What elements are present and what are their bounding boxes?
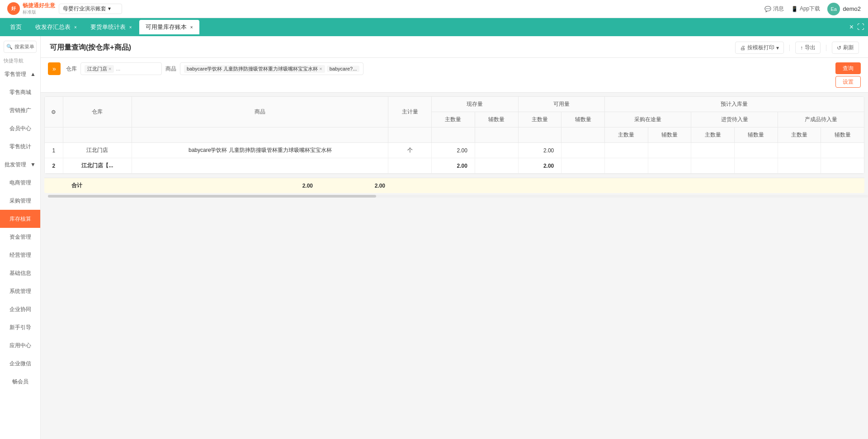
filter-area: » 仓库 江北门店 × ... 商品 babycare学饮杯 儿童防摔防撞吸管杯…: [41, 58, 868, 93]
industry-label: 母婴行业演示账套: [63, 5, 106, 13]
tab-bar-right: × ⛶: [849, 23, 864, 31]
export-label: 导出: [805, 44, 816, 52]
main-layout: 🔍 搜索菜单 快捷导航 零售管理 ▲ 零售商城 营销推广 会员中心 零售统计 批…: [0, 36, 868, 439]
sidebar-item-finance[interactable]: 资金管理: [0, 228, 40, 246]
sidebar-item-retail-mgmt[interactable]: 零售管理 ▲: [0, 65, 40, 83]
row1-index: 1: [45, 143, 63, 158]
sidebar-item-purchase[interactable]: 采购管理: [0, 192, 40, 210]
print-arrow-icon: ▾: [776, 45, 779, 51]
available-stock-tab-close[interactable]: ×: [190, 25, 193, 30]
filter-row: 仓库 江北门店 × ... 商品 babycare学饮杯 儿童防摔防撞吸管杯重力…: [66, 62, 830, 75]
tab-available-stock[interactable]: 可用量库存账本 ×: [139, 20, 199, 34]
wecom-label: 企业微信: [9, 360, 31, 368]
table-body: 1 江北门店 babycare学饮杯 儿童防摔防撞吸管杯重力球吸嘴杯宝宝水杯 个…: [45, 143, 864, 174]
th-product: 商品: [132, 97, 388, 127]
page-header: 可用量查询(按仓库+商品) 🖨 按模板打印 ▾ ↑ 导出 ↺ 刷新: [41, 36, 868, 58]
warehouse-filter-label: 仓库: [66, 65, 77, 73]
row1-current-aux: [475, 143, 518, 158]
retail-mall-label: 零售商城: [9, 89, 31, 96]
footer-avail-main: 2.00: [356, 183, 392, 189]
scrollbar-area: [41, 193, 868, 199]
user-profile[interactable]: Ea demo2: [827, 3, 861, 15]
wholesale-mgmt-label: 批发管理: [5, 161, 26, 169]
product-tag-2: babycare?...: [327, 66, 360, 72]
order-stats-tab-close[interactable]: ×: [129, 25, 132, 30]
sidebar-item-vip[interactable]: 畅会员: [0, 373, 40, 391]
query-button[interactable]: 查询: [835, 62, 861, 74]
tab-bar: 首页 收发存汇总表 × 要货单统计表 × 可用量库存账本 × × ⛶: [0, 18, 868, 36]
setting-button[interactable]: 设置: [835, 76, 861, 88]
tab-home[interactable]: 首页: [4, 20, 28, 34]
sidebar-item-members[interactable]: 会员中心: [0, 119, 40, 137]
th-current-main: 主数量: [432, 112, 475, 127]
table-row: 2 江北门店【... 2.00 2.00: [45, 158, 864, 174]
app-center-label: 应用中心: [9, 342, 31, 349]
print-label: 按模板打印: [747, 44, 774, 52]
app-download-button[interactable]: 📱 App下载: [791, 5, 820, 13]
logo-icon: 好: [7, 2, 20, 15]
th-current-stock: 现存量: [432, 97, 518, 112]
sidebar-item-retail-mall[interactable]: 零售商城: [0, 83, 40, 101]
tab-receipts[interactable]: 收发存汇总表 ×: [29, 20, 83, 34]
horizontal-scrollbar[interactable]: [48, 195, 868, 198]
product-tag-1: babycare学饮杯 儿童防摔防撞吸管杯重力球吸嘴杯宝宝水杯 ×: [184, 65, 325, 73]
sidebar-item-enterprise[interactable]: 企业协同: [0, 300, 40, 318]
receipts-tab-label: 收发存汇总表: [35, 23, 71, 31]
export-icon: ↑: [800, 45, 803, 51]
new-guide-label: 新手引导: [9, 324, 31, 331]
sidebar-item-sys-mgmt[interactable]: 系统管理: [0, 282, 40, 300]
warehouse-ellipsis[interactable]: ...: [116, 66, 120, 72]
search-menu-button[interactable]: 🔍 搜索菜单: [4, 41, 37, 53]
warehouse-filter-input[interactable]: 江北门店 × ...: [80, 62, 162, 75]
print-icon: 🖨: [740, 45, 745, 51]
sidebar-item-base-info[interactable]: 基础信息: [0, 264, 40, 282]
scrollbar-thumb: [48, 195, 376, 198]
sidebar-item-app-center[interactable]: 应用中心: [0, 336, 40, 354]
row2-proc-main: [604, 158, 648, 174]
message-label: 消息: [773, 5, 784, 13]
sidebar-item-new-guide[interactable]: 新手引导: [0, 318, 40, 336]
table-wrapper: ⚙ 仓库 商品 主计量 现存量 可用量 预计入库量 主数量 辅数量 主数量 辅数…: [44, 96, 864, 174]
tab-order-stats[interactable]: 要货单统计表 ×: [84, 20, 138, 34]
divider-1: [789, 45, 790, 51]
row2-inc-aux: [735, 158, 778, 174]
th-settings: ⚙: [45, 97, 63, 127]
warehouse-tag-close[interactable]: ×: [108, 66, 111, 71]
purchase-label: 采购管理: [9, 197, 31, 205]
search-menu-label: 搜索菜单: [14, 43, 34, 50]
footer-current-main: 2.00: [284, 183, 320, 189]
row2-current-aux: [475, 158, 518, 174]
th-empty-3: [132, 127, 388, 143]
home-tab-label: 首页: [10, 23, 22, 31]
sidebar-item-ecommerce[interactable]: 电商管理: [0, 174, 40, 192]
sidebar-item-operations[interactable]: 经营管理: [0, 246, 40, 264]
row1-avail-aux: [561, 143, 605, 158]
sidebar-item-retail-stats[interactable]: 零售统计: [0, 137, 40, 156]
row1-current-main: 2.00: [432, 143, 475, 158]
product-filter-input[interactable]: babycare学饮杯 儿童防摔防撞吸管杯重力球吸嘴杯宝宝水杯 × babyca…: [180, 62, 363, 75]
filter-toggle-button[interactable]: »: [48, 62, 61, 75]
product-tag-1-close[interactable]: ×: [319, 66, 322, 71]
message-button[interactable]: 💬 消息: [764, 5, 784, 13]
sidebar-item-inventory[interactable]: 库存核算: [0, 210, 40, 228]
th-prod-main: 主数量: [778, 127, 821, 143]
sidebar-item-marketing[interactable]: 营销推广: [0, 101, 40, 119]
refresh-button[interactable]: ↺ 刷新: [832, 42, 859, 54]
th-available: 可用量: [518, 97, 604, 112]
receipts-tab-close[interactable]: ×: [74, 25, 77, 30]
maximize-button[interactable]: ⛶: [857, 23, 864, 31]
close-all-tabs-button[interactable]: ×: [849, 23, 854, 31]
export-button[interactable]: ↑ 导出: [795, 42, 821, 54]
table-header-row-3: 主数量 辅数量 主数量 辅数量 主数量 辅数量: [45, 127, 864, 143]
message-icon: 💬: [764, 6, 771, 12]
retail-stats-label: 零售统计: [9, 143, 31, 151]
th-production: 产成品待入量: [778, 112, 864, 127]
row2-inc-main: [691, 158, 735, 174]
print-button[interactable]: 🖨 按模板打印 ▾: [735, 42, 784, 54]
th-inc-main: 主数量: [691, 127, 735, 143]
sidebar-item-wecom[interactable]: 企业微信: [0, 354, 40, 373]
sidebar-item-wholesale-mgmt[interactable]: 批发管理 ▼: [0, 156, 40, 174]
industry-select[interactable]: 母婴行业演示账套 ▾: [59, 4, 122, 14]
row1-inc-aux: [735, 143, 778, 158]
enterprise-label: 企业协同: [9, 306, 31, 313]
